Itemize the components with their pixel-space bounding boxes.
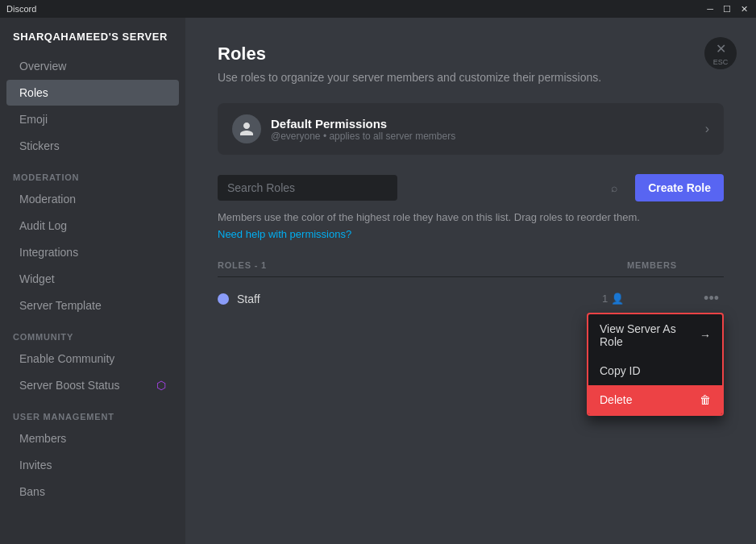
permissions-left: Default Permissions @everyone • applies …: [232, 114, 455, 143]
copy-id-item[interactable]: Copy ID: [588, 356, 722, 385]
sidebar-item-label: Audit Log: [19, 219, 67, 232]
boost-icon: ⬡: [156, 379, 166, 392]
close-x-icon: ✕: [716, 41, 726, 56]
sidebar-item-overview[interactable]: Overview: [6, 53, 179, 79]
role-member-count: 1 👤: [602, 293, 699, 305]
sidebar-item-label: Stickers: [19, 139, 60, 152]
search-box-wrap: ⌕: [218, 175, 625, 201]
members-col-header: MEMBERS: [627, 260, 724, 270]
app-title: Discord: [6, 4, 36, 14]
trash-icon: 🗑: [700, 393, 711, 406]
roles-table-header: ROLES - 1 MEMBERS: [218, 257, 724, 277]
sidebar-item-label: Invites: [19, 459, 52, 471]
sidebar-item-roles[interactable]: Roles: [6, 80, 179, 106]
members-person-icon: 👤: [611, 293, 624, 305]
roles-table: ROLES - 1 MEMBERS Staff 1 👤 ••• View Ser…: [218, 257, 724, 317]
window-controls: ─ ☐ ✕: [705, 4, 750, 15]
more-options-container: ••• View Server As Role → Copy ID Delete…: [699, 289, 724, 309]
close-settings-button[interactable]: ✕ ESC: [704, 37, 737, 69]
search-create-row: ⌕ Create Role: [218, 174, 724, 201]
role-more-button[interactable]: •••: [699, 289, 724, 309]
sidebar-item-stickers[interactable]: Stickers: [6, 133, 179, 159]
sidebar-item-enable-community[interactable]: Enable Community: [6, 346, 179, 372]
page-subtitle: Use roles to organize your server member…: [218, 71, 724, 84]
sidebar-item-label: Integrations: [19, 246, 78, 259]
roles-info-text: Members use the color of the highest rol…: [218, 211, 724, 223]
table-row: Staff 1 👤 ••• View Server As Role → Cop: [218, 280, 724, 317]
sidebar-item-label: Emoji: [19, 113, 48, 126]
sidebar-item-label: Server Template: [19, 299, 102, 312]
permissions-title: Default Permissions: [271, 117, 455, 131]
section-header-community: COMMUNITY: [0, 319, 185, 345]
sidebar: SHARQAHAMEED'S SERVER Overview Roles Emo…: [0, 18, 185, 544]
delete-label: Delete: [600, 393, 632, 406]
role-color-dot: [218, 293, 229, 305]
sidebar-item-server-boost-status[interactable]: Server Boost Status ⬡: [6, 372, 179, 398]
default-permissions-card[interactable]: Default Permissions @everyone • applies …: [218, 103, 724, 155]
sidebar-item-label: Enable Community: [19, 352, 114, 365]
page-title: Roles: [218, 44, 724, 64]
title-bar: Discord ─ ☐ ✕: [0, 0, 756, 18]
permissions-help-link[interactable]: Need help with permissions?: [218, 228, 351, 240]
esc-label: ESC: [713, 58, 729, 66]
sidebar-item-label: Members: [19, 432, 66, 445]
roles-col-header: ROLES - 1: [218, 260, 627, 270]
section-header-moderation: Moderation: [0, 160, 185, 185]
permissions-sub: @everyone • applies to all server member…: [271, 131, 455, 142]
sidebar-item-moderation[interactable]: Moderation: [6, 186, 179, 212]
maximize-button[interactable]: ☐: [721, 4, 733, 15]
sidebar-item-label: Roles: [19, 86, 48, 99]
server-name: SHARQAHAMEED'S SERVER: [0, 31, 185, 52]
minimize-button[interactable]: ─: [705, 4, 715, 15]
sidebar-item-bans[interactable]: Bans: [6, 479, 179, 505]
sidebar-item-widget[interactable]: Widget: [6, 266, 179, 292]
sidebar-item-emoji[interactable]: Emoji: [6, 106, 179, 132]
context-menu: View Server As Role → Copy ID Delete 🗑: [587, 313, 724, 416]
sidebar-item-label: Server Boost Status: [19, 379, 120, 392]
view-server-as-role-label: View Server As Role: [600, 322, 700, 348]
chevron-right-icon: ›: [705, 122, 709, 136]
delete-item[interactable]: Delete 🗑: [588, 385, 722, 414]
permissions-text: Default Permissions @everyone • applies …: [271, 117, 455, 142]
copy-id-label: Copy ID: [600, 364, 641, 377]
everyone-icon: [232, 114, 261, 143]
sidebar-item-server-template[interactable]: Server Template: [6, 293, 179, 318]
view-server-as-role-item[interactable]: View Server As Role →: [588, 314, 722, 356]
app-body: SHARQAHAMEED'S SERVER Overview Roles Emo…: [0, 18, 756, 544]
main-content: ✕ ESC Roles Use roles to organize your s…: [185, 18, 756, 544]
sidebar-item-integrations[interactable]: Integrations: [6, 239, 179, 265]
sidebar-item-invites[interactable]: Invites: [6, 452, 179, 478]
role-name: Staff: [237, 293, 602, 305]
sidebar-item-audit-log[interactable]: Audit Log: [6, 213, 179, 239]
search-roles-input[interactable]: [218, 175, 397, 201]
sidebar-item-label: Moderation: [19, 193, 76, 206]
member-count-number: 1: [602, 293, 608, 305]
search-icon: ⌕: [611, 181, 617, 194]
arrow-right-icon: →: [700, 329, 711, 342]
sidebar-item-members[interactable]: Members: [6, 426, 179, 451]
window-close-button[interactable]: ✕: [739, 4, 750, 15]
sidebar-item-label: Overview: [19, 60, 66, 73]
section-header-user-management: USER MANAGEMENT: [0, 399, 185, 425]
create-role-button[interactable]: Create Role: [635, 174, 724, 201]
sidebar-item-label: Widget: [19, 272, 55, 285]
sidebar-item-label: Bans: [19, 485, 45, 498]
